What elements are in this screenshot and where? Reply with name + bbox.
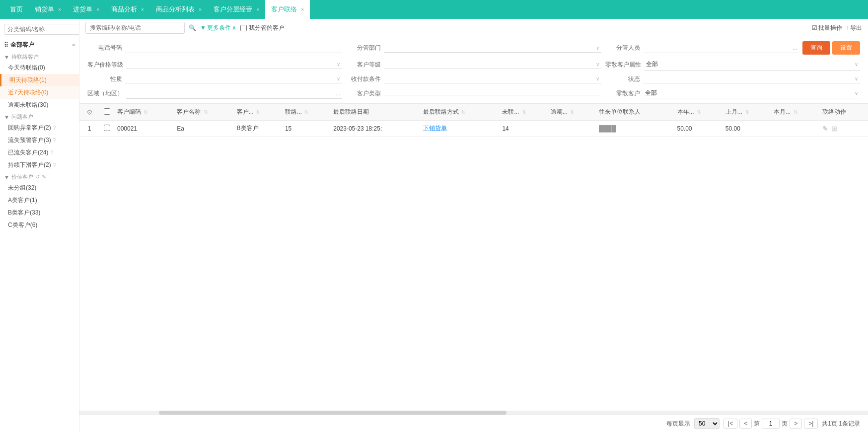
query-button[interactable]: 查询 [802, 41, 830, 55]
help-icon[interactable]: ? [53, 162, 56, 168]
table-body: 1 000021 Ea B类客户 15 2023-05-23 18:25: 下销… [79, 121, 868, 137]
main-layout: 🔍 ⠿ 全部客户 « ▼ 待联络客户 今天待联络(0) 明天待联络(1) 近7天… [0, 19, 868, 432]
more-conditions-button[interactable]: ▼ 更多条件 ∧ [200, 24, 236, 32]
select-all-checkbox[interactable] [104, 108, 110, 115]
sidebar-item-tomorrow[interactable]: 明天待联络(1) [0, 74, 79, 86]
help-icon[interactable]: ? [53, 125, 56, 131]
dept-select[interactable]: ∨ [384, 44, 601, 53]
last-contact-method-link[interactable]: 下销货单 [423, 125, 447, 132]
my-customers-checkbox[interactable]: 我分管的客户 [240, 24, 285, 32]
total-records: 共1页 1条记录 [822, 420, 860, 428]
retail-attr-select[interactable]: 全部 ∨ [644, 59, 860, 71]
sort-icon[interactable]: ⇅ [697, 109, 701, 115]
close-icon[interactable]: × [141, 6, 144, 12]
first-page-button[interactable]: |< [723, 419, 737, 429]
chevron-down-icon: ∨ [855, 62, 858, 67]
table-area: ⚙ 客户编码 ⇅ 客户名称 ⇅ [79, 104, 868, 411]
row-last-contact-method: 下销货单 [420, 121, 500, 137]
advanced-filter-panel: 电话号码 分管部门 ∨ 分管人员 ... 查询 设置 [79, 37, 868, 104]
customer-type-select[interactable] [384, 92, 601, 95]
nav-purchase-order[interactable]: 进货单 × [67, 0, 105, 19]
sidebar-item-repurchase-abnormal[interactable]: 回购异常客户(2) ? [0, 122, 79, 134]
sidebar-item-declining[interactable]: 持续下滑客户(2) ? [0, 159, 79, 171]
region-select[interactable]: ... [126, 88, 342, 99]
sidebar: 🔍 ⠿ 全部客户 « ▼ 待联络客户 今天待联络(0) 明天待联络(1) 近7天… [0, 19, 79, 432]
nav-sales-order[interactable]: 销货单 × [29, 0, 67, 19]
collapse-icon[interactable]: « [72, 42, 75, 48]
sidebar-item-c-class[interactable]: C类客户(6) [0, 219, 79, 231]
retail-customer-select[interactable]: 全部 ∨ [643, 87, 860, 99]
search-button[interactable]: 🔍 [189, 24, 196, 31]
sidebar-item-overdue[interactable]: 逾期未联络(30) [0, 99, 79, 111]
sort-icon[interactable]: ⇅ [570, 109, 574, 115]
last-page-button[interactable]: >| [804, 419, 818, 429]
settings-gear-icon[interactable]: ⚙ [86, 108, 93, 116]
sidebar-item-churned[interactable]: 已流失客户(24) ? [0, 146, 79, 159]
sort-icon[interactable]: ⇅ [144, 109, 147, 115]
row-name: Ea [174, 121, 233, 137]
sidebar-item-today[interactable]: 今天待联络(0) [0, 62, 79, 74]
close-icon[interactable]: × [96, 6, 99, 12]
row-check [99, 121, 114, 137]
page-number-input[interactable] [762, 419, 780, 429]
help-icon[interactable]: ? [50, 150, 53, 155]
nav-customer-tier[interactable]: 客户分层经营 × [208, 0, 265, 19]
batch-ops-button[interactable]: ☑ 批量操作 [812, 24, 842, 32]
all-customers-header[interactable]: ⠿ 全部客户 « [0, 39, 79, 51]
sidebar-item-a-class[interactable]: A类客户(1) [0, 194, 79, 207]
next-page-button[interactable]: > [790, 419, 802, 429]
nature-select[interactable]: ∨ [125, 74, 342, 83]
sidebar-item-7days[interactable]: 近7天待联络(0) [0, 86, 79, 99]
close-icon[interactable]: × [199, 6, 202, 12]
sort-icon[interactable]: ⇅ [304, 109, 308, 115]
chevron-down-icon: ∨ [596, 45, 599, 51]
edit-icon[interactable]: ✎ [42, 174, 46, 180]
close-icon[interactable]: × [58, 6, 61, 12]
close-icon[interactable]: × [301, 6, 304, 12]
row-checkbox[interactable] [104, 125, 110, 131]
col-check [99, 104, 114, 121]
edit-action-icon[interactable]: ✎ [822, 125, 828, 133]
sort-icon[interactable]: ⇅ [461, 109, 465, 115]
sidebar-search-input[interactable] [4, 24, 79, 35]
sidebar-item-churn-warning[interactable]: 流失预警客户(3) ? [0, 134, 79, 146]
filter-customer-type-row: 客户类型 [346, 87, 601, 99]
nav-goods-analysis[interactable]: 商品分析 × [105, 0, 150, 19]
value-level-select[interactable]: ∨ [126, 60, 342, 69]
chevron-down-icon: ∨ [596, 76, 599, 81]
customer-level-select[interactable]: ∨ [384, 60, 601, 69]
chevron-up-icon: ∧ [232, 24, 236, 31]
refresh-icon[interactable]: ↺ [35, 174, 40, 180]
content-area: 🔍 ▼ 更多条件 ∧ 我分管的客户 ☑ 批量操作 ↑ 导出 [79, 19, 868, 432]
sidebar-item-b-class[interactable]: B类客户(33) [0, 207, 79, 219]
col-type: 客户... ⇅ [234, 104, 282, 121]
payment-select[interactable]: ∨ [384, 74, 601, 83]
status-select[interactable]: ∨ [643, 74, 860, 83]
per-page-select[interactable]: 50 100 200 [694, 418, 720, 429]
phone-input[interactable] [125, 43, 342, 53]
sort-icon[interactable]: ⇅ [745, 109, 749, 115]
my-customers-check[interactable] [240, 25, 247, 31]
nav-home[interactable]: 首页 [4, 0, 29, 19]
sort-icon[interactable]: ⇅ [204, 109, 208, 115]
sort-icon[interactable]: ⇅ [794, 109, 797, 115]
horizontal-scrollbar[interactable] [79, 411, 868, 415]
nav-customer-contact[interactable]: 客户联络 × [265, 0, 310, 19]
prev-page-button[interactable]: < [739, 419, 752, 429]
scrollbar-thumb[interactable] [159, 411, 506, 415]
row-overdue [548, 121, 596, 137]
export-button[interactable]: ↑ 导出 [846, 24, 862, 32]
sort-icon[interactable]: ⇅ [256, 109, 260, 115]
row-this-month [771, 121, 819, 137]
sort-icon[interactable]: ⇅ [522, 109, 526, 115]
help-icon[interactable]: ? [53, 138, 56, 143]
search-input[interactable] [85, 22, 185, 34]
col-not-contacted: 未联... ⇅ [499, 104, 547, 121]
close-icon[interactable]: × [256, 6, 259, 12]
row-code: 000021 [114, 121, 174, 137]
manager-select[interactable]: ... [643, 43, 799, 53]
reset-button[interactable]: 设置 [832, 41, 860, 55]
sidebar-item-ungrouped[interactable]: 未分组(32) [0, 182, 79, 194]
more-action-icon[interactable]: ⊞ [831, 125, 837, 133]
nav-goods-analysis-list[interactable]: 商品分析列表 × [150, 0, 208, 19]
